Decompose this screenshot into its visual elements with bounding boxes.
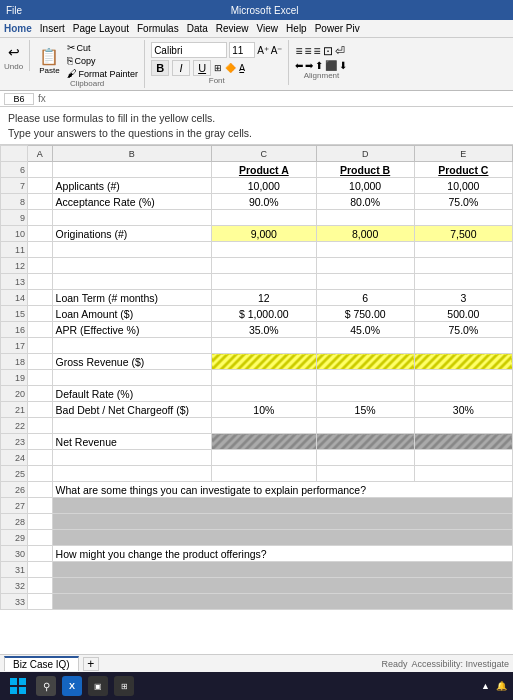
r7-label[interactable]: Applicants (#) [52, 178, 212, 194]
powerpiv-menu[interactable]: Power Piv [315, 23, 360, 34]
r33-a[interactable] [28, 594, 53, 610]
r21-pb[interactable]: 15% [316, 402, 414, 418]
start-button[interactable] [6, 674, 30, 698]
cut-button[interactable]: ✂ Cut [67, 42, 139, 53]
r19-b[interactable] [52, 370, 212, 386]
r20-pb[interactable] [316, 386, 414, 402]
r18-a[interactable] [28, 354, 53, 370]
r17-a[interactable] [28, 338, 53, 354]
r22-b[interactable] [52, 418, 212, 434]
r15-pa[interactable]: $ 1,000.00 [212, 306, 316, 322]
align-bot-icon[interactable]: ⬇ [339, 60, 347, 71]
r14-pc[interactable]: 3 [414, 290, 512, 306]
r24-e[interactable] [414, 450, 512, 466]
r19-d[interactable] [316, 370, 414, 386]
formula-input[interactable] [50, 92, 509, 106]
r6-a[interactable] [28, 162, 53, 178]
r23-pc[interactable] [414, 434, 512, 450]
r12-c[interactable] [212, 258, 316, 274]
r18-pc[interactable] [414, 354, 512, 370]
r7-pb[interactable]: 10,000 [316, 178, 414, 194]
file-menu[interactable]: File [6, 5, 22, 16]
grow-font-button[interactable]: A⁺ [257, 45, 269, 56]
app-taskbar-icon-2[interactable]: ⊞ [114, 676, 134, 696]
r23-a[interactable] [28, 434, 53, 450]
align-left-icon[interactable]: ≡ [295, 44, 302, 58]
r19-a[interactable] [28, 370, 53, 386]
r32-answer[interactable] [52, 578, 512, 594]
r16-pa[interactable]: 35.0% [212, 322, 316, 338]
excel-taskbar-icon[interactable]: X [62, 676, 82, 696]
search-taskbar-icon[interactable]: ⚲ [36, 676, 56, 696]
copy-button[interactable]: ⎘ Copy [67, 55, 139, 66]
r12-d[interactable] [316, 258, 414, 274]
r25-d[interactable] [316, 466, 414, 482]
r19-c[interactable] [212, 370, 316, 386]
align-top-icon[interactable]: ⬆ [315, 60, 323, 71]
r21-pa[interactable]: 10% [212, 402, 316, 418]
data-menu[interactable]: Data [187, 23, 208, 34]
r10-pc[interactable]: 7,500 [414, 226, 512, 242]
review-menu[interactable]: Review [216, 23, 249, 34]
r14-pa[interactable]: 12 [212, 290, 316, 306]
r31-answer[interactable] [52, 562, 512, 578]
r17-c[interactable] [212, 338, 316, 354]
indent-left-icon[interactable]: ⬅ [295, 60, 303, 71]
shrink-font-button[interactable]: A⁻ [271, 45, 283, 56]
product-c-header[interactable]: Product C [414, 162, 512, 178]
r15-pc[interactable]: 500.00 [414, 306, 512, 322]
r16-pc[interactable]: 75.0% [414, 322, 512, 338]
r21-pc[interactable]: 30% [414, 402, 512, 418]
r9-c[interactable] [212, 210, 316, 226]
r20-pc[interactable] [414, 386, 512, 402]
r11-e[interactable] [414, 242, 512, 258]
r11-b[interactable] [52, 242, 212, 258]
r20-pa[interactable] [212, 386, 316, 402]
r13-b[interactable] [52, 274, 212, 290]
r10-label[interactable]: Originations (#) [52, 226, 212, 242]
r22-c[interactable] [212, 418, 316, 434]
help-menu[interactable]: Help [286, 23, 307, 34]
r15-pb[interactable]: $ 750.00 [316, 306, 414, 322]
add-sheet-button[interactable]: + [83, 657, 99, 671]
align-center-icon[interactable]: ≡ [304, 44, 311, 58]
font-name-input[interactable] [151, 42, 227, 58]
r22-e[interactable] [414, 418, 512, 434]
r13-a[interactable] [28, 274, 53, 290]
r8-label[interactable]: Acceptance Rate (%) [52, 194, 212, 210]
r9-b[interactable] [52, 210, 212, 226]
r20-label[interactable]: Default Rate (%) [52, 386, 212, 402]
r9-e[interactable] [414, 210, 512, 226]
r11-c[interactable] [212, 242, 316, 258]
r19-e[interactable] [414, 370, 512, 386]
r22-a[interactable] [28, 418, 53, 434]
r29-answer[interactable] [52, 530, 512, 546]
r32-a[interactable] [28, 578, 53, 594]
r6-b[interactable] [52, 162, 212, 178]
r14-a[interactable] [28, 290, 53, 306]
r13-d[interactable] [316, 274, 414, 290]
r7-pa[interactable]: 10,000 [212, 178, 316, 194]
insert-menu[interactable]: Insert [40, 23, 65, 34]
r23-pb[interactable] [316, 434, 414, 450]
merge-icon[interactable]: ⊡ [323, 44, 333, 58]
r14-pb[interactable]: 6 [316, 290, 414, 306]
r9-d[interactable] [316, 210, 414, 226]
r24-b[interactable] [52, 450, 212, 466]
product-b-header[interactable]: Product B [316, 162, 414, 178]
r33-answer[interactable] [52, 594, 512, 610]
r26-a[interactable] [28, 482, 53, 498]
r7-pc[interactable]: 10,000 [414, 178, 512, 194]
format-painter-button[interactable]: 🖌 Format Painter [67, 68, 139, 79]
r28-a[interactable] [28, 514, 53, 530]
r14-label[interactable]: Loan Term (# months) [52, 290, 212, 306]
indent-right-icon[interactable]: ➡ [305, 60, 313, 71]
cell-reference[interactable]: B6 [4, 93, 34, 105]
underline-button[interactable]: U [193, 60, 211, 76]
r12-a[interactable] [28, 258, 53, 274]
r12-e[interactable] [414, 258, 512, 274]
r24-a[interactable] [28, 450, 53, 466]
r16-a[interactable] [28, 322, 53, 338]
r15-a[interactable] [28, 306, 53, 322]
r21-a[interactable] [28, 402, 53, 418]
